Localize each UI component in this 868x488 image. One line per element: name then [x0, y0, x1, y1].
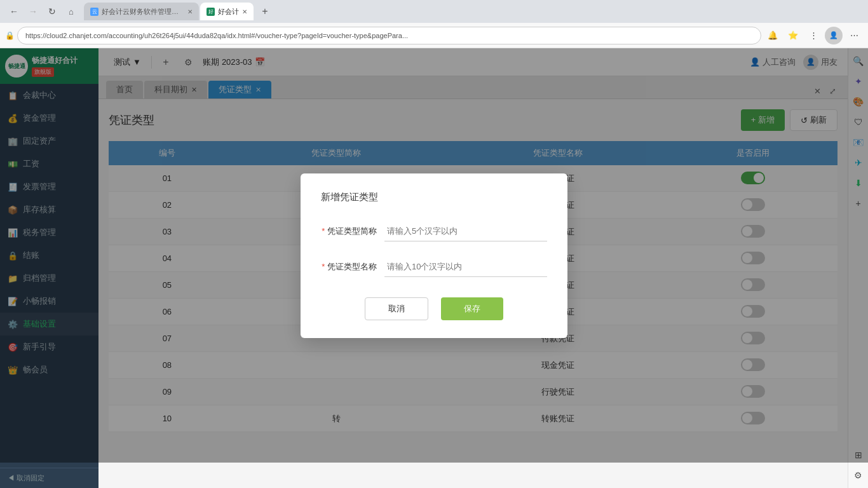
- tab-inactive[interactable]: 云 好会计云财务软件管理系统_会计 ✕: [84, 3, 199, 20]
- cancel-button[interactable]: 取消: [365, 297, 428, 320]
- tab-title-2: 好会计: [218, 7, 239, 17]
- modal-name-input[interactable]: [384, 257, 547, 277]
- back-btn[interactable]: ←: [5, 3, 23, 20]
- nav-controls: ← → ↻ ⌂: [5, 3, 80, 20]
- right-gear-icon[interactable]: ⚙: [851, 468, 866, 483]
- modal-abbr-input[interactable]: [384, 221, 547, 241]
- modal-name-label: * 凭证类型名称: [321, 261, 384, 273]
- save-button[interactable]: 保存: [441, 297, 503, 320]
- tab-favicon-1: 云: [90, 8, 98, 16]
- modal-abbr-label: * 凭证类型简称: [321, 226, 384, 237]
- tab-close-2[interactable]: ✕: [242, 8, 247, 15]
- new-tab-btn[interactable]: +: [256, 3, 274, 20]
- browser-chrome: ← → ↻ ⌂ 云 好会计云财务软件管理系统_会计 ✕ 好 好会计 ✕ +: [0, 0, 868, 23]
- tab-active[interactable]: 好 好会计 ✕: [200, 3, 254, 20]
- tab-favicon-2: 好: [207, 8, 215, 16]
- address-bar: 🔒 https://cloud2.chanjet.com/accounting/…: [0, 23, 868, 48]
- address-input[interactable]: https://cloud2.chanjet.com/accounting/uh…: [17, 27, 761, 44]
- modal-actions: 取消 保存: [321, 297, 547, 320]
- modal-title: 新增凭证类型: [321, 191, 547, 203]
- address-lock-icon: 🔒: [5, 31, 15, 40]
- tab-close-1[interactable]: ✕: [187, 8, 193, 15]
- home-btn[interactable]: ⌂: [62, 3, 80, 20]
- modal-abbr-row: * 凭证类型简称: [321, 221, 547, 241]
- sidebar-footer[interactable]: ◀ 取消固定: [0, 468, 98, 488]
- modal-name-row: * 凭证类型名称: [321, 257, 547, 277]
- browser-action-more[interactable]: ⋮: [804, 27, 822, 44]
- browser-action-user[interactable]: 👤: [825, 27, 843, 44]
- reload-btn[interactable]: ↻: [43, 3, 61, 20]
- modal: 新增凭证类型 * 凭证类型简称 * 凭证类型名称 取消 保存: [301, 173, 567, 338]
- browser-action-ext[interactable]: ⭐: [784, 27, 802, 44]
- browser-action-profile[interactable]: 🔔: [764, 27, 782, 44]
- modal-overlay: 新增凭证类型 * 凭证类型简称 * 凭证类型名称 取消 保存: [0, 48, 868, 463]
- browser-action-more2[interactable]: ⋯: [845, 27, 863, 44]
- forward-btn[interactable]: →: [24, 3, 42, 20]
- tab-title-1: 好会计云财务软件管理系统_会计: [102, 7, 184, 17]
